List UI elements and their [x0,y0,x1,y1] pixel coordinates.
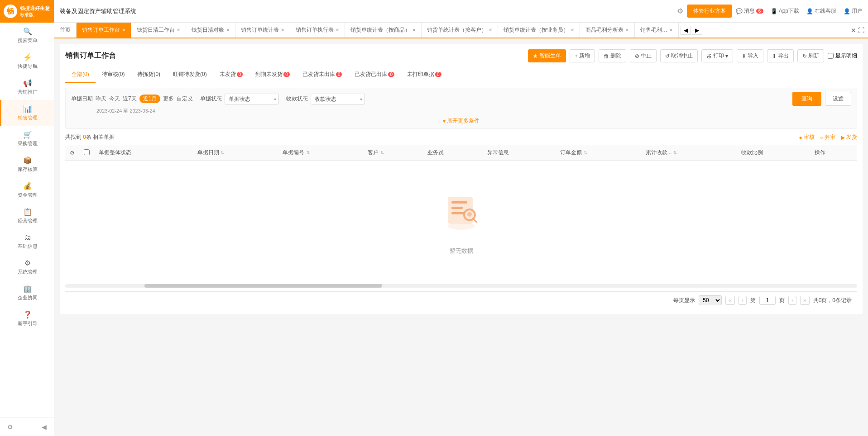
show-detail-label[interactable]: 显示明细 [828,52,857,60]
maximize-tab-btn[interactable]: ⛶ [858,27,864,34]
th-checkbox[interactable] [79,145,94,161]
stop-icon: ⊘ [635,53,639,59]
sidebar-item-enterprise[interactable]: 🏢 企业协同 [0,280,54,306]
sidebar-item-operations[interactable]: 📋 经营管理 [0,203,54,229]
tab-goods-stats-customer[interactable]: 销货单统计表（按客户） ✕ [422,23,498,38]
prev-page-btn[interactable]: ‹ [739,296,747,305]
add-btn[interactable]: + 新增 [570,49,595,62]
sub-tab-shipped-out[interactable]: 已发货已出库0 [348,67,401,83]
tab-sales-exec[interactable]: 销售订单执行表 ✕ [290,23,345,38]
tab-close-cash-daily[interactable]: ✕ [177,28,180,33]
sub-tab-all[interactable]: 全部(0) [65,67,96,83]
tab-goods-stats-salesperson[interactable]: 销货单统计表（按业务员） ✕ [498,23,580,38]
tab-cash-reconcile[interactable]: 钱货日清对账 ✕ [186,23,235,38]
th-collected[interactable]: 累计收款... ⇅ [641,145,737,161]
sidebar-item-search[interactable]: 🔍 搜索菜单 [0,23,54,48]
sidebar-item-inventory[interactable]: 📦 库存核算 [0,152,54,177]
scroll-thumb[interactable] [144,284,382,288]
horizontal-scrollbar[interactable] [65,284,857,288]
th-number[interactable]: 单据编号 ⇅ [278,145,363,161]
tab-close-goods-stats-salesperson[interactable]: ✕ [571,28,574,33]
show-detail-checkbox[interactable] [828,53,834,59]
tab-sales-margin[interactable]: 销售毛利… ✕ [635,23,679,38]
tab-close-cash-reconcile[interactable]: ✕ [226,28,230,33]
th-amount[interactable]: 订单金额 ⇅ [556,145,641,161]
sub-tab-not-printed[interactable]: 未打印单据0 [401,67,448,83]
print-btn[interactable]: 🖨 打印 ▾ [701,49,733,62]
collapse-icon[interactable]: ◀ [38,422,50,432]
tab-close-sales-margin[interactable]: ✕ [669,28,673,33]
sidebar-item-sales[interactable]: 📊 销售管理 [0,100,54,126]
page-input[interactable] [759,296,776,305]
sidebar-footer: ⚙ ◀ [0,417,54,436]
tab-close-goods-stats-customer[interactable]: ✕ [489,28,492,33]
messages-btn[interactable]: 💬 消息 6 [736,7,763,15]
sub-tab-not-shipped[interactable]: 未发货0 [213,67,249,83]
smart-create-btn[interactable]: ★ 智能生单 [528,49,566,62]
query-btn[interactable]: 查询 [792,92,821,106]
industry-btn[interactable]: 体验行业方案 [687,5,732,18]
import-btn[interactable]: ⬇ 导入 [737,49,763,62]
sidebar-item-system[interactable]: ⚙ 系统管理 [0,254,54,280]
tab-cash-daily[interactable]: 钱货日清工作台 ✕ [131,23,186,38]
app-download-btn[interactable]: 📱 App下载 [771,7,799,15]
sub-tab-overdue-ship[interactable]: 到期未发货0 [249,67,296,83]
sidebar-item-quick-nav[interactable]: ⚡ 快捷导航 [0,48,54,74]
close-tab-btn[interactable]: ✕ [851,27,856,34]
sub-tab-pending-review[interactable]: 待审核(0) [96,67,131,83]
tab-home[interactable]: 首页 [54,23,77,38]
online-service-btn[interactable]: 👤 在线客服 [806,7,836,15]
refresh-btn[interactable]: ↻ 刷新 [797,49,824,62]
date-opt-1month[interactable]: 近1月 [139,95,161,103]
tab-scroll-left[interactable]: ◀ [681,26,691,35]
sort-date-icon: ⇅ [221,150,224,155]
export-btn[interactable]: ⬆ 导出 [767,49,794,62]
date-opt-yesterday[interactable]: 昨天 [96,95,106,103]
tab-close-sales-order[interactable]: ✕ [122,28,125,33]
tab-sales-order-workbench[interactable]: 销售订单工作台 ✕ [77,23,131,38]
date-opt-custom[interactable]: 自定义 [177,95,193,103]
th-settings[interactable]: ⚙ [65,145,79,161]
payment-select[interactable]: 收款状态 [311,94,365,104]
sidebar-item-purchase[interactable]: 🛒 采购管理 [0,126,54,152]
batch-review-btn[interactable]: ● 审核 [799,133,815,141]
cancel-stop-btn[interactable]: ↺ 取消中止 [660,49,698,62]
settings-icon[interactable]: ⚙ [677,7,683,15]
filter-settings-btn[interactable]: 设置 [825,92,851,106]
sidebar-item-finance[interactable]: 💰 资金管理 [0,177,54,203]
tab-goods-stats-product[interactable]: 销货单统计表（按商品） ✕ [345,23,422,38]
th-date[interactable]: 单据日期 ⇅ [193,145,278,161]
first-page-btn[interactable]: « [725,296,735,305]
ship-icon: ▶ [841,134,845,141]
date-opt-today[interactable]: 今天 [109,95,120,103]
next-page-btn[interactable]: › [788,296,796,305]
import-icon: ⬇ [742,53,746,59]
tab-sales-stats[interactable]: 销售订单统计表 ✕ [235,23,290,38]
tab-close-margin-analysis[interactable]: ✕ [625,28,629,33]
settings-gear-icon[interactable]: ⚙ [4,422,17,432]
tab-close-sales-exec[interactable]: ✕ [336,28,339,33]
sidebar-item-marketing[interactable]: 📢 营销推广 [0,74,54,100]
sidebar-item-basic-info[interactable]: 🗂 基础信息 [0,229,54,254]
user-avatar[interactable]: 👤 用户 [844,7,863,15]
tab-margin-analysis[interactable]: 商品毛利分析表 ✕ [580,23,635,38]
sidebar-item-guide[interactable]: ❓ 新手引导 [0,306,54,332]
date-opt-more[interactable]: 更多 [163,95,174,103]
date-opt-7days[interactable]: 近7天 [123,95,137,103]
select-all-checkbox[interactable] [84,149,90,155]
tab-close-sales-stats[interactable]: ✕ [281,28,284,33]
delete-btn[interactable]: 🗑 删除 [599,49,626,62]
stop-btn[interactable]: ⊘ 中止 [630,49,657,62]
expand-filter-btn[interactable]: ▾ 展开更多条件 [443,117,480,125]
sub-tab-pending-pick[interactable]: 待拣货(0) [131,67,167,83]
page-size-select[interactable]: 20 50 100 [699,295,722,305]
last-page-btn[interactable]: » [800,296,810,305]
th-customer[interactable]: 客户 ⇅ [363,145,422,161]
sub-tab-shop-ship[interactable]: 旺铺待发货(0) [167,67,213,83]
sub-tab-shipped-not-out[interactable]: 已发货未出库0 [296,67,349,83]
batch-cancel-review-btn[interactable]: ○ 弃审 [820,133,835,141]
tab-close-goods-stats-product[interactable]: ✕ [412,28,416,33]
status-select[interactable]: 单据状态 [225,94,279,104]
tab-scroll-right[interactable]: ▶ [692,26,702,35]
batch-ship-btn[interactable]: ▶ 发货 [841,133,857,141]
